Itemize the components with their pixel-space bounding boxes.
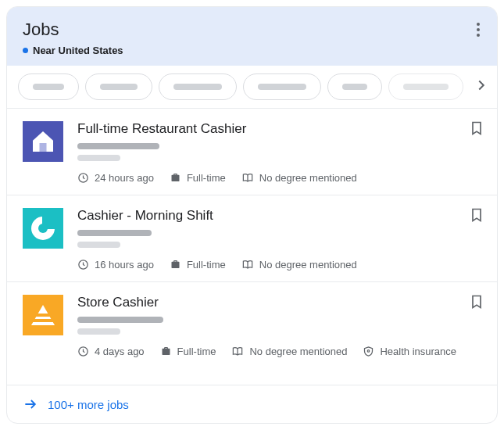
job-type: Full-time <box>170 259 226 271</box>
triangle-icon <box>31 305 55 325</box>
briefcase-icon <box>160 346 172 357</box>
chip-placeholder <box>100 84 138 90</box>
location-placeholder <box>77 328 120 335</box>
filter-chip[interactable] <box>388 73 463 100</box>
posted-time: 4 days ago <box>77 346 145 357</box>
bookmark-icon <box>469 120 484 137</box>
filter-chip[interactable] <box>243 73 321 100</box>
overflow-menu-icon[interactable] <box>474 20 483 40</box>
bookmark-button[interactable] <box>469 206 484 227</box>
employer-placeholder <box>77 317 163 323</box>
location-dot-icon <box>23 48 28 53</box>
filter-chip[interactable] <box>85 73 152 100</box>
arrow-right-icon <box>23 396 38 412</box>
posted-time: 24 hours ago <box>77 172 154 184</box>
job-type: Full-time <box>160 346 216 357</box>
book-icon <box>241 259 254 271</box>
job-meta: 16 hours ago Full-time No degree mention… <box>77 259 483 271</box>
job-type: Full-time <box>170 172 226 184</box>
book-icon <box>241 172 254 184</box>
job-item[interactable]: Store Cashier 4 days ago Full-time No de… <box>7 282 497 368</box>
svg-point-3 <box>368 350 370 353</box>
location-placeholder <box>77 242 120 248</box>
clock-icon <box>77 346 89 357</box>
job-meta: 4 days ago Full-time No degree mentioned… <box>77 346 483 357</box>
employer-placeholder <box>77 143 159 149</box>
degree-req: No degree mentioned <box>241 259 357 271</box>
chip-placeholder <box>342 84 367 90</box>
location-placeholder <box>77 155 120 161</box>
degree-req: No degree mentioned <box>231 346 347 357</box>
bookmark-button[interactable] <box>469 293 484 314</box>
filter-chip[interactable] <box>159 73 237 100</box>
location-text: Near United States <box>33 45 123 56</box>
more-jobs-text: 100+ more jobs <box>48 398 129 411</box>
location-row[interactable]: Near United States <box>23 45 481 56</box>
clock-icon <box>77 259 89 271</box>
bookmark-icon <box>469 206 484 224</box>
chip-placeholder <box>258 84 306 90</box>
jobs-card: Jobs Near United States Full-time Restau… <box>6 6 498 424</box>
chevron-right-icon <box>473 77 490 94</box>
shield-icon <box>363 346 374 357</box>
filter-chips-row <box>7 66 497 109</box>
page-title: Jobs <box>23 20 481 40</box>
briefcase-icon <box>170 259 181 271</box>
job-item[interactable]: Cashier - Morning Shift 16 hours ago Ful… <box>7 195 497 282</box>
job-title: Cashier - Morning Shift <box>77 208 483 224</box>
job-title: Store Cashier <box>77 295 483 310</box>
job-meta: 24 hours ago Full-time No degree mention… <box>77 172 483 184</box>
donut-icon <box>31 217 55 240</box>
job-list: Full-time Restaurant Cashier 24 hours ag… <box>7 109 497 385</box>
filter-chip[interactable] <box>327 73 382 100</box>
job-item[interactable]: Full-time Restaurant Cashier 24 hours ag… <box>7 109 497 195</box>
posted-time: 16 hours ago <box>77 259 154 271</box>
employer-logo <box>23 208 63 249</box>
clock-icon <box>77 172 89 184</box>
book-icon <box>231 346 244 357</box>
employer-placeholder <box>77 230 152 236</box>
more-jobs-link[interactable]: 100+ more jobs <box>7 385 497 423</box>
chip-placeholder <box>403 84 449 90</box>
employer-logo <box>23 295 63 335</box>
job-body: Full-time Restaurant Cashier 24 hours ag… <box>77 121 483 184</box>
bookmark-icon <box>469 293 484 310</box>
chips-scroll-right-button[interactable] <box>470 73 493 100</box>
house-icon <box>33 131 53 152</box>
employer-logo <box>23 121 63 162</box>
header: Jobs Near United States <box>7 7 497 66</box>
filter-chip[interactable] <box>18 73 79 100</box>
bookmark-button[interactable] <box>469 120 484 140</box>
job-body: Cashier - Morning Shift 16 hours ago Ful… <box>77 208 483 271</box>
chip-placeholder <box>33 84 64 90</box>
benefit: Health insurance <box>363 346 456 357</box>
job-title: Full-time Restaurant Cashier <box>77 121 483 137</box>
job-body: Store Cashier 4 days ago Full-time No de… <box>77 295 483 357</box>
chip-placeholder <box>173 84 222 90</box>
degree-req: No degree mentioned <box>241 172 357 184</box>
briefcase-icon <box>170 172 181 184</box>
